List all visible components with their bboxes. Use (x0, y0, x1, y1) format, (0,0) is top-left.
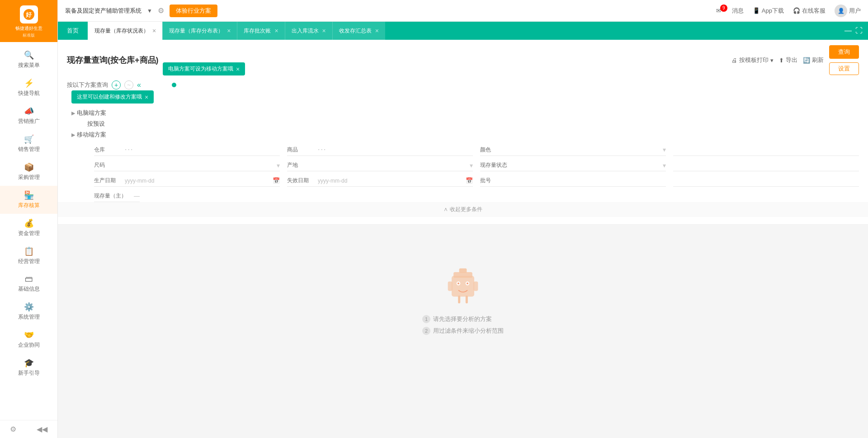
settings-bottom-btn[interactable]: ⚙ (10, 425, 16, 433)
filter-add-scheme-btn[interactable]: + (112, 80, 121, 89)
phone-icon: 📱 (753, 7, 760, 14)
origin-dropdown-icon[interactable]: ▾ (470, 162, 473, 169)
tab-stock-status[interactable]: 现存量（库存状况表） × (88, 22, 162, 40)
collapse-label: 收起更多条件 (450, 206, 482, 212)
tab-maximize-btn[interactable]: ⛶ (855, 27, 863, 35)
sidebar-item-cooperation[interactable]: 🤝 企业协同 (0, 325, 57, 353)
print-btn[interactable]: 🖨 按模板打印 ▾ (731, 56, 774, 64)
refresh-btn[interactable]: 🔄 刷新 (803, 56, 824, 64)
empty-tip-2: 2 用过滤条件来缩小分析范围 (422, 327, 504, 335)
sidebar-item-purchase[interactable]: 📦 采购管理 (0, 158, 57, 186)
stock-status-dropdown-icon[interactable]: ▾ (663, 162, 666, 169)
sidebar-item-search[interactable]: 🔍 搜索菜单 (0, 46, 57, 74)
svg-rect-2 (452, 276, 474, 297)
filter-collapse-btn[interactable]: ∧ 收起更多条件 (58, 202, 868, 217)
query-button[interactable]: 查询 (829, 45, 859, 59)
sidebar-item-quick[interactable]: ⚡ 快捷导航 (0, 74, 57, 102)
filter-row3: 生产日期 📅 失效日期 📅 批号 (94, 177, 859, 187)
app-download-btn[interactable]: 📱 App下载 (753, 7, 784, 15)
warehouse-dots: ··· (125, 146, 133, 154)
trial-button[interactable]: 体验行业方案 (170, 5, 217, 17)
user-label: 用户 (849, 7, 861, 15)
sidebar-item-marketing[interactable]: 📣 营销推广 (0, 102, 57, 130)
tooltip-main-close[interactable]: × (236, 66, 240, 73)
sidebar-item-basics-label: 基础信息 (18, 285, 40, 293)
tooltip-sub: 这里可以创建和修改方案哦 × (71, 90, 154, 104)
refresh-label: 刷新 (812, 56, 824, 64)
field-prod-date: 生产日期 📅 (94, 177, 280, 187)
scheme-mobile[interactable]: ▶ 移动端方案 (71, 129, 859, 140)
basics-icon: 🗃 (25, 274, 33, 284)
empty-state: 1 请先选择要分析的方案 2 用过滤条件来缩小分析范围 (58, 225, 868, 371)
exp-date-calendar-icon[interactable]: 📅 (466, 177, 473, 184)
user-btn[interactable]: 👤 用户 (835, 5, 861, 17)
sidebar-logo: 好 畅捷通好生意 标准版 (0, 0, 57, 42)
stock-status-input[interactable] (511, 162, 659, 169)
sidebar-title: 畅捷通好生意 (15, 25, 42, 32)
tab-inout-close[interactable]: × (322, 27, 326, 34)
color-input[interactable] (511, 146, 659, 153)
field-stock-qty: 现存量（主） — (94, 192, 140, 202)
filter-back-btn[interactable]: « (137, 81, 141, 89)
svg-point-9 (458, 283, 459, 284)
notification-badge: 9 (720, 5, 727, 12)
tab-batch-close[interactable]: × (274, 27, 278, 34)
sidebar-item-quick-label: 快捷导航 (18, 89, 40, 97)
collapse-up-icon: ∧ (443, 206, 448, 212)
tab-recv-summary-close[interactable]: × (375, 27, 379, 34)
notification-btn[interactable]: ✉ 9 消息 (716, 7, 744, 15)
tab-stock-dist-close[interactable]: × (227, 27, 231, 34)
tab-stock-status-close[interactable]: × (152, 27, 156, 34)
size-input[interactable] (125, 162, 273, 169)
page-title: 现存量查询(按仓库+商品) (67, 55, 159, 66)
exp-date-start[interactable] (318, 178, 462, 184)
svg-rect-6 (473, 282, 478, 291)
online-support-btn[interactable]: 🎧 在线客服 (793, 7, 826, 15)
export-btn[interactable]: ⬆ 导出 (779, 56, 797, 64)
sidebar-item-inventory[interactable]: 🏪 库存核算 (0, 186, 57, 214)
sidebar-item-system[interactable]: ⚙️ 系统管理 (0, 297, 57, 325)
mobile-arrow: ▶ (71, 132, 75, 138)
prod-date-calendar-icon[interactable]: 📅 (273, 177, 280, 184)
tooltip-sub-close[interactable]: × (145, 94, 148, 101)
tab-inout[interactable]: 出入库流水 × (285, 22, 332, 40)
sidebar-item-basics[interactable]: 🗃 基础信息 (0, 270, 57, 297)
field-size: 尺码 ▾ (94, 161, 280, 171)
stock-qty-label: 现存量（主） (94, 192, 127, 200)
sidebar-item-finance[interactable]: 💰 资金管理 (0, 214, 57, 242)
size-dropdown-icon[interactable]: ▾ (277, 162, 280, 169)
sidebar-item-operations-label: 经营管理 (18, 258, 40, 265)
empty-tips: 1 请先选择要分析的方案 2 用过滤条件来缩小分析范围 (422, 315, 504, 335)
sidebar-item-sales[interactable]: 🛒 销售管理 (0, 130, 57, 158)
connector-area (172, 83, 176, 87)
scheme-desktop[interactable]: ▶ 电脑端方案 (71, 108, 859, 118)
tab-batch[interactable]: 库存批次账 × (237, 22, 284, 40)
settings-gear-icon[interactable]: ⚙ (158, 6, 164, 15)
sidebar-item-purchase-label: 采购管理 (18, 174, 40, 181)
tab-inout-label: 出入库流水 (292, 27, 319, 35)
sidebar-item-guide[interactable]: 🎓 新手引导 (0, 353, 57, 381)
product-label: 商品 (287, 146, 314, 154)
system-title-dropdown[interactable]: ▼ (147, 8, 152, 14)
header-left: 装备及固定资产辅助管理系统 ▼ ⚙ 体验行业方案 (65, 5, 217, 17)
batch-input[interactable] (511, 178, 666, 184)
sidebar-item-marketing-label: 营销推广 (18, 118, 40, 125)
stock-status-label: 现存量状态 (480, 161, 507, 169)
header-right: ✉ 9 消息 📱 App下载 🎧 在线客服 👤 用户 (716, 5, 861, 17)
svg-text:好: 好 (25, 11, 32, 18)
tab-home[interactable]: 首页 (58, 22, 88, 40)
tab-stock-dist[interactable]: 现存量（库存分布表） × (162, 22, 237, 40)
prod-date-start[interactable] (125, 178, 269, 184)
exp-date-label: 失效日期 (287, 177, 314, 184)
reset-button[interactable]: 设置 (829, 62, 859, 75)
field-empty3 (673, 177, 859, 187)
origin-input[interactable] (318, 162, 466, 169)
scheme-preset[interactable]: 按预设 (80, 118, 859, 129)
sidebar-item-operations[interactable]: 📋 经营管理 (0, 242, 57, 270)
color-dropdown-icon[interactable]: ▾ (663, 146, 666, 153)
scheme-desktop-children: 按预设 (80, 118, 859, 129)
tab-minimize-btn[interactable]: — (844, 27, 852, 35)
tab-recv-summary[interactable]: 收发存汇总表 × (332, 22, 385, 40)
collapse-sidebar-btn[interactable]: ◀◀ (37, 425, 47, 433)
filter-edit-scheme-btn[interactable]: ~ (124, 80, 133, 89)
